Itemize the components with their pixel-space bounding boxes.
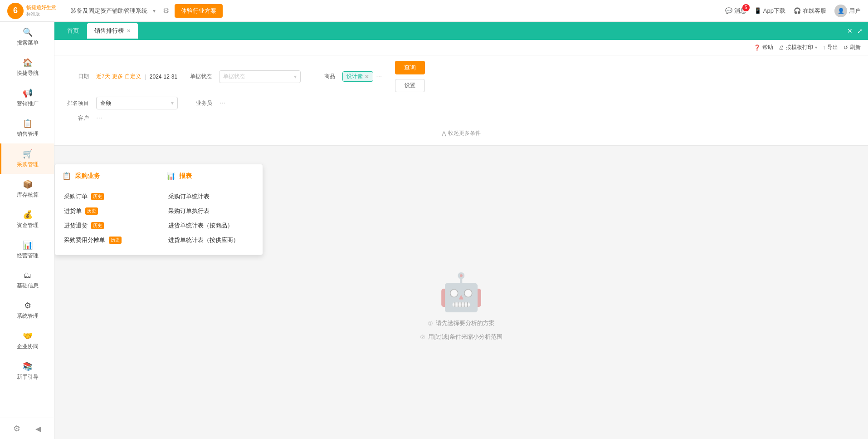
date-shortcut-custom[interactable]: 自定义 xyxy=(125,73,141,80)
goods-tag-close[interactable]: ✕ xyxy=(365,74,369,80)
sidebar-item-enterprise[interactable]: 🤝 企业协同 xyxy=(0,326,54,356)
export-label: 导出 xyxy=(827,44,838,51)
dropdown-report-col: 📊 报表 采购订单统计表 采购订单执行表 进货单统计表（按商品） 进货单统计表（… xyxy=(166,172,256,247)
sidebar-item-finance[interactable]: 💰 资金管理 xyxy=(0,204,54,235)
tab-home[interactable]: 首页 xyxy=(60,23,86,39)
print-chevron-icon: ▾ xyxy=(815,45,817,50)
dropdown-item-purchase-order-exec[interactable]: 采购订单执行表 xyxy=(166,204,256,218)
dropdown-item-stock-stat-supplier[interactable]: 进货单统计表（按供应商） xyxy=(166,233,256,247)
gear-icon[interactable]: ⚙ xyxy=(163,6,169,15)
goods-tag-text: 设计素 xyxy=(346,73,363,80)
dropdown-item-label-purchase-order-exec: 采购订单执行表 xyxy=(168,207,210,215)
dropdown-item-stock-in[interactable]: 进货单 历史 xyxy=(62,204,151,218)
goods-label: 商品 xyxy=(308,73,335,80)
rank-item-select[interactable]: 金额 ▾ xyxy=(96,97,178,109)
cta-button[interactable]: 体验行业方案 xyxy=(175,4,223,18)
refresh-button[interactable]: ↺ 刷新 xyxy=(844,44,861,51)
dropdown-item-stock-stat-goods[interactable]: 进货单统计表（按商品） xyxy=(166,218,256,233)
avatar: 👤 xyxy=(834,5,847,17)
sidebar-label-sales: 销售管理 xyxy=(17,130,39,138)
collapse-up-icon: ⋀ xyxy=(442,130,446,137)
search-icon: 🔍 xyxy=(23,27,33,37)
report-col-title-text: 报表 xyxy=(179,172,192,180)
sidebar-item-basic[interactable]: 🗂 基础信息 xyxy=(0,265,54,295)
headset-icon: 🎧 xyxy=(794,7,801,14)
purchase-dropdown-menu: 📋 采购业务 采购订单 历史 进货单 历史 进货退货 历史 xyxy=(54,164,263,255)
history-badge-2: 历史 xyxy=(85,207,98,215)
sales-icon: 📋 xyxy=(23,118,33,128)
rank-item-label: 排名项目 xyxy=(62,99,89,107)
salesman-label: 业务员 xyxy=(185,99,212,107)
tab-close-icon[interactable]: ✕ xyxy=(127,28,131,34)
app-download-label: App下载 xyxy=(763,7,785,15)
chevron-down-icon[interactable]: ▾ xyxy=(153,8,156,14)
date-shortcut-7days[interactable]: 近7天 xyxy=(96,73,110,80)
purchase-col-title-text: 采购业务 xyxy=(75,172,100,180)
settings-bottom-icon[interactable]: ⚙ xyxy=(13,424,20,434)
customer-label: 客户 xyxy=(62,114,89,122)
system-icon: ⚙ xyxy=(24,301,31,311)
date-value: 2024-12-31 xyxy=(150,74,177,80)
export-button[interactable]: ↑ 导出 xyxy=(823,44,838,51)
sidebar-item-purchase[interactable]: 🛒 采购管理 xyxy=(0,143,54,174)
basic-icon: 🗂 xyxy=(24,271,32,280)
filter-row-1: 日期 近7天 更多 自定义 | 2024-12-31 单据状态 单据状态 ▾ 商… xyxy=(62,61,861,92)
sidebar-item-search[interactable]: 🔍 搜索菜单 xyxy=(0,22,54,52)
dropdown-item-stock-return[interactable]: 进货退货 历史 xyxy=(62,218,151,233)
date-shortcut-more[interactable]: 更多 xyxy=(112,73,123,80)
dropdown-purchase-title: 📋 采购业务 xyxy=(62,172,151,184)
online-service-item[interactable]: 🎧 在线客服 xyxy=(794,7,826,15)
sidebar-item-system[interactable]: ⚙ 系统管理 xyxy=(0,295,54,326)
customer-dots[interactable]: ··· xyxy=(96,114,102,122)
main-layout: 🔍 搜索菜单 🏠 快捷导航 📢 营销推广 📋 销售管理 🛒 采购管理 📦 库存核… xyxy=(0,22,868,439)
sidebar-item-marketing[interactable]: 📢 营销推广 xyxy=(0,83,54,113)
phone-icon: 📱 xyxy=(754,7,761,14)
doc-status-select[interactable]: 单据状态 ▾ xyxy=(219,70,301,83)
logo-badge: 标准版 xyxy=(26,11,56,17)
sidebar-item-sales[interactable]: 📋 销售管理 xyxy=(0,113,54,143)
salesman-dots[interactable]: ··· xyxy=(219,99,225,107)
sidebar-label-inventory: 库存核算 xyxy=(17,191,39,199)
goods-dots[interactable]: ··· xyxy=(376,73,382,81)
filter-row-3: 客户 ··· xyxy=(62,114,861,122)
dropdown-item-purchase-order-stat[interactable]: 采购订单统计表 xyxy=(166,189,256,204)
doc-status-placeholder: 单据状态 xyxy=(223,73,245,80)
dropdown-item-purchase-fee[interactable]: 采购费用分摊单 历史 xyxy=(62,233,151,247)
collapse-icon[interactable]: ◀ xyxy=(35,424,41,433)
history-badge-3: 历史 xyxy=(91,222,104,229)
tab-close-window-icon[interactable]: ✕ xyxy=(847,27,853,35)
tab-expand-icon[interactable]: ⤢ xyxy=(857,27,863,35)
logo-icon: 6 xyxy=(7,3,24,19)
user-area[interactable]: 👤 用户 xyxy=(834,5,861,17)
purchase-icon: 🛒 xyxy=(23,149,33,159)
tab-sales-rank[interactable]: 销售排行榜 ✕ xyxy=(87,23,138,39)
query-button[interactable]: 查询 xyxy=(395,61,425,74)
empty-hint-1: ① 请先选择要分析的方案 xyxy=(428,319,495,327)
toolbar: ❓ 帮助 🖨 按模板打印 ▾ ↑ 导出 ↺ 刷新 xyxy=(54,40,868,55)
print-template-button[interactable]: 🖨 按模板打印 ▾ xyxy=(779,44,817,51)
dropdown-item-label-purchase-order-stat: 采购订单统计表 xyxy=(168,192,210,201)
sidebar-item-guide[interactable]: 📚 新手引导 xyxy=(0,356,54,386)
online-service-label: 在线客服 xyxy=(803,7,826,15)
sidebar-item-operation[interactable]: 📊 经营管理 xyxy=(0,235,54,265)
settings-button[interactable]: 设置 xyxy=(395,79,425,92)
sidebar-item-inventory[interactable]: 📦 库存核算 xyxy=(0,174,54,204)
sidebar-item-quick[interactable]: 🏠 快捷导航 xyxy=(0,52,54,83)
notification-item[interactable]: 💬 消息 5 xyxy=(725,7,746,15)
finance-icon: 💰 xyxy=(23,210,33,220)
goods-control: 设计素 ✕ ··· xyxy=(342,71,382,82)
top-bar: 6 畅捷通好生意 标准版 装备及固定资产辅助管理系统 ▾ ⚙ 体验行业方案 💬 … xyxy=(0,0,868,22)
dropdown-item-purchase-order[interactable]: 采购订单 历史 xyxy=(62,189,151,204)
help-button[interactable]: ❓ 帮助 xyxy=(754,44,773,51)
tab-home-label: 首页 xyxy=(67,27,79,35)
goods-tag: 设计素 ✕ xyxy=(342,71,373,82)
collapse-button[interactable]: ⋀ 收起更多条件 xyxy=(62,127,861,140)
app-download-item[interactable]: 📱 App下载 xyxy=(754,7,785,15)
logo-area: 6 畅捷通好生意 标准版 xyxy=(7,3,62,19)
sidebar-label-basic: 基础信息 xyxy=(17,282,39,290)
dropdown-item-label-stock-return: 进货退货 xyxy=(64,222,88,230)
sidebar-label-finance: 资金管理 xyxy=(17,222,39,229)
date-range-control: 近7天 更多 自定义 | 2024-12-31 xyxy=(96,73,177,80)
logo-text-group: 畅捷通好生意 标准版 xyxy=(26,4,56,17)
help-icon: ❓ xyxy=(754,44,761,51)
